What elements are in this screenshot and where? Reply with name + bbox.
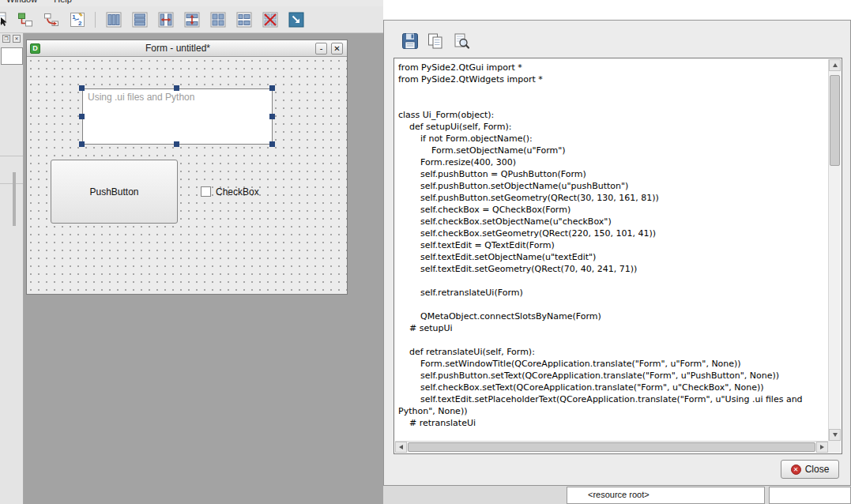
selection-handle[interactable] <box>79 114 85 119</box>
edit-signals-slots-icon <box>17 12 33 28</box>
edit-buddies-icon <box>43 12 59 28</box>
vertical-scroll-thumb[interactable] <box>830 75 840 166</box>
menu-item-help[interactable]: Help <box>54 0 72 4</box>
find-icon <box>453 32 470 50</box>
layout-horizontal-icon <box>106 12 122 28</box>
break-layout-button[interactable] <box>261 10 280 29</box>
scroll-left-button[interactable] <box>395 442 407 453</box>
layout-form-button[interactable] <box>235 10 254 29</box>
selection-handle[interactable] <box>269 141 275 147</box>
adjust-size-icon <box>288 12 304 28</box>
resource-browser: <resource root> <box>567 487 765 504</box>
textedit-widget[interactable]: Using .ui files and Python <box>82 88 273 145</box>
minimize-button[interactable]: - <box>315 43 327 55</box>
resource-root-item[interactable]: <resource root> <box>567 487 764 502</box>
checkbox-indicator <box>201 186 211 197</box>
scrollbar-corner <box>828 441 841 453</box>
toolbar-separator <box>95 12 96 28</box>
code-preview-dialog: from PySide2.QtGui import * from PySide2… <box>383 20 851 486</box>
selection-handle[interactable] <box>79 141 85 147</box>
layout-vertical-button[interactable] <box>130 10 149 29</box>
adjust-size-button[interactable] <box>287 10 306 29</box>
form-window-title: Form - untitled* <box>40 43 315 54</box>
selection-handle[interactable] <box>174 85 179 91</box>
layout-form-icon <box>236 12 252 28</box>
close-button-label: Close <box>805 464 830 475</box>
selection-handle[interactable] <box>174 141 179 147</box>
selection-handle[interactable] <box>269 85 275 91</box>
code-view: from PySide2.QtGui import * from PySide2… <box>393 58 842 454</box>
vertical-scrollbar[interactable] <box>828 59 841 441</box>
edit-buddies-button[interactable] <box>42 10 61 29</box>
copy-icon <box>427 32 444 50</box>
layout-vertical-splitter-icon <box>184 12 200 28</box>
dock-separator <box>0 183 23 184</box>
menu-bar: Window Help <box>0 0 383 6</box>
selection-handle[interactable] <box>269 114 275 119</box>
code-text[interactable]: from PySide2.QtGui import * from PySide2… <box>395 59 828 441</box>
pushbutton-widget[interactable]: PushButton <box>51 160 178 224</box>
layout-grid-button[interactable] <box>209 10 228 29</box>
find-button[interactable] <box>451 31 472 51</box>
layout-vertical-splitter-button[interactable] <box>183 10 201 29</box>
arrow-right-icon <box>820 445 824 449</box>
svg-text:2: 2 <box>78 20 82 27</box>
horizontal-scrollbar[interactable] <box>395 441 828 453</box>
close-button[interactable]: ✕ <box>331 43 343 55</box>
dock-separator <box>0 156 23 156</box>
form-designer-window: D Form - untitled* - ✕ Using .ui files a… <box>26 39 348 295</box>
edit-tab-order-button[interactable]: 1 2 <box>68 10 87 29</box>
main-toolbar: 1 2 <box>0 6 383 33</box>
arrow-down-icon <box>833 433 838 437</box>
edit-widgets-icon <box>0 12 9 28</box>
copy-button[interactable] <box>425 31 446 51</box>
dock-close-button[interactable]: ✕ <box>13 35 21 43</box>
screen: Window Help <box>0 0 851 504</box>
edit-widgets-button[interactable] <box>0 10 11 29</box>
break-layout-icon <box>262 12 278 28</box>
form-canvas[interactable]: Using .ui files and Python PushButton Ch… <box>27 57 347 294</box>
menu-items: Window Help <box>6 0 86 4</box>
layout-horizontal-splitter-button[interactable] <box>156 10 175 29</box>
layout-horizontal-splitter-icon <box>158 12 174 28</box>
save-button[interactable] <box>400 31 420 51</box>
resource-panel-secondary <box>769 487 851 504</box>
form-window-titlebar[interactable]: D Form - untitled* - ✕ <box>27 40 347 57</box>
dialog-close-button[interactable]: ✕ Close <box>781 460 839 479</box>
form-window-icon: D <box>30 43 40 54</box>
layout-horizontal-button[interactable] <box>104 10 123 29</box>
checkbox-widget[interactable]: CheckBox <box>201 175 281 208</box>
scroll-up-button[interactable] <box>829 59 841 71</box>
layout-vertical-icon <box>132 12 148 28</box>
save-icon <box>401 32 419 50</box>
textedit-placeholder: Using .ui files and Python <box>83 89 272 105</box>
arrow-up-icon <box>833 63 838 67</box>
scroll-right-button[interactable] <box>816 442 828 453</box>
scroll-down-button[interactable] <box>829 429 841 441</box>
widget-box-panel: ❐ ✕ <box>0 33 24 504</box>
horizontal-scroll-thumb[interactable] <box>408 442 815 452</box>
edit-signals-slots-button[interactable] <box>16 10 35 29</box>
checkbox-label: CheckBox <box>216 186 259 197</box>
arrow-left-icon <box>399 445 403 449</box>
layout-grid-icon <box>210 12 226 28</box>
edit-tab-order-icon: 1 2 <box>70 12 85 28</box>
close-circle-icon: ✕ <box>791 465 801 475</box>
widget-filter-input[interactable] <box>1 47 23 65</box>
dock-scrollbar[interactable] <box>13 172 16 226</box>
dock-float-button[interactable]: ❐ <box>2 35 10 43</box>
selection-handle[interactable] <box>79 85 85 91</box>
menu-item-window[interactable]: Window <box>6 0 37 4</box>
